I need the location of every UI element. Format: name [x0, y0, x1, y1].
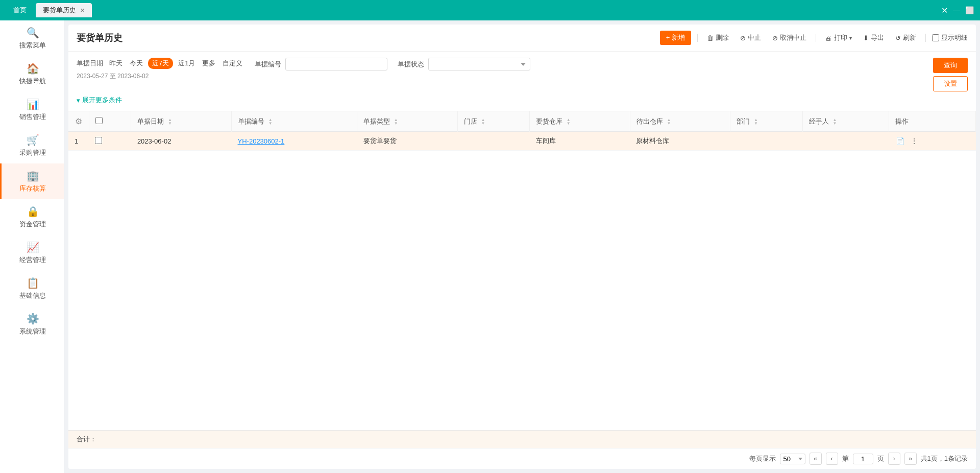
filter-main-row: 单据日期 昨天 今天 近7天 近1月 更多 自定义 2023-05-27 至 2…: [77, 58, 968, 91]
sort-doc-type-icon[interactable]: ▲▼: [394, 118, 398, 125]
sort-store-icon[interactable]: ▲▼: [481, 118, 485, 125]
row-checkbox[interactable]: [95, 137, 102, 144]
cell-pending-warehouse: 原材料仓库: [630, 132, 730, 151]
col-department: 部门 ▲▼: [730, 111, 802, 132]
system-mgmt-icon: ⚙️: [27, 313, 39, 325]
sort-doc-date-icon[interactable]: ▲▼: [168, 118, 172, 125]
shortcut-last7days[interactable]: 近7天: [148, 58, 173, 69]
finance-mgmt-icon: 🔒: [27, 205, 39, 218]
more-action-icon[interactable]: ⋮: [910, 136, 919, 146]
cell-doc-no: YH-20230602-1: [232, 132, 357, 151]
cell-index: 1: [68, 132, 89, 151]
sort-doc-no-icon[interactable]: ▲▼: [268, 118, 273, 125]
toolbar: + 新增 🗑 删除 ⊘ 中止 ⊘ 取消中止 🖨 打印: [660, 31, 968, 45]
data-table: ⚙ 单据日期 ▲▼ 单据编号 ▲▼: [68, 111, 976, 151]
new-button[interactable]: + 新增: [660, 31, 691, 45]
date-filter-label: 单据日期: [77, 59, 103, 68]
col-doc-no: 单据编号 ▲▼: [232, 111, 357, 132]
date-shortcuts: 昨天 今天 近7天 近1月 更多 自定义: [107, 58, 244, 69]
pagination-bar: 每页显示 50 20 100 200 « ‹ 第 页 › » 共1页，1条记录: [68, 448, 976, 469]
filter-col-date: 单据日期 昨天 今天 近7天 近1月 更多 自定义 2023-05-27 至 2…: [77, 58, 244, 81]
sidebar-item-purchase-mgmt[interactable]: 🛒 采购管理: [0, 128, 64, 163]
filter-actions: 查询 设置: [933, 58, 968, 91]
export-button[interactable]: ⬇ 导出: [860, 31, 887, 44]
last-page-button[interactable]: »: [904, 453, 917, 465]
cell-handler: [802, 132, 889, 151]
sidebar-item-inventory[interactable]: 🏢 库存核算: [0, 163, 64, 199]
sidebar-item-operations-mgmt[interactable]: 📈 经营管理: [0, 235, 64, 271]
operations-mgmt-icon: 📈: [27, 241, 39, 253]
window-expand-icon[interactable]: ⬜: [965, 6, 974, 14]
purchase-mgmt-icon: 🛒: [27, 134, 39, 146]
sort-req-warehouse-icon[interactable]: ▲▼: [567, 118, 571, 125]
filter-group-date: 单据日期 昨天 今天 近7天 近1月 更多 自定义: [77, 58, 244, 69]
col-req-warehouse: 要货仓库 ▲▼: [530, 111, 630, 132]
shortcut-more[interactable]: 更多: [200, 58, 217, 69]
sidebar-item-basic-info[interactable]: 📋 基础信息: [0, 271, 64, 306]
delete-icon: 🗑: [707, 34, 714, 42]
tab-home[interactable]: 首页: [6, 3, 34, 17]
sidebar-label-system-mgmt: 系统管理: [19, 327, 46, 336]
quick-nav-icon: 🏠: [27, 62, 39, 75]
window-close-icon[interactable]: ✕: [941, 6, 948, 15]
query-button[interactable]: 查询: [933, 58, 968, 73]
sidebar-label-basic-info: 基础信息: [19, 291, 46, 300]
docno-input[interactable]: [285, 58, 387, 70]
settings-button[interactable]: 设置: [933, 76, 968, 91]
sidebar-item-search-menu[interactable]: 🔍 搜索菜单: [0, 20, 64, 56]
cell-store: [457, 132, 529, 151]
col-pending-warehouse: 待出仓库 ▲▼: [630, 111, 730, 132]
separator-3: [925, 34, 926, 42]
page-header: 要货单历史 + 新增 🗑 删除 ⊘ 中止 ⊘ 取消中止 🖨: [68, 25, 976, 52]
top-bar-right: ✕ — ⬜: [941, 6, 974, 15]
refresh-icon: ↺: [895, 34, 901, 42]
close-tab-icon[interactable]: ✕: [80, 7, 85, 14]
select-all-checkbox[interactable]: [95, 117, 103, 124]
next-page-button[interactable]: ›: [888, 453, 900, 465]
window-minimize-icon[interactable]: —: [953, 6, 960, 14]
page-number-input[interactable]: [853, 454, 873, 464]
filter-col-docno: 单据编号: [255, 58, 387, 70]
expand-filter-button[interactable]: ▾ 展开更多条件: [77, 96, 968, 105]
display-detail-toggle[interactable]: 显示明细: [932, 33, 968, 42]
print-button[interactable]: 🖨 打印 ▾: [822, 31, 855, 44]
sidebar-item-sales-mgmt[interactable]: 📊 销售管理: [0, 92, 64, 128]
content-area: 要货单历史 + 新增 🗑 删除 ⊘ 中止 ⊘ 取消中止 🖨: [68, 25, 976, 469]
display-detail-checkbox[interactable]: [932, 34, 939, 41]
sidebar-item-quick-nav[interactable]: 🏠 快捷导航: [0, 56, 64, 92]
shortcut-last1month[interactable]: 近1月: [176, 58, 197, 69]
top-bar: 首页 要货单历史 ✕ ✕ — ⬜: [0, 0, 980, 20]
expand-icon: ▾: [77, 97, 80, 104]
prev-page-button[interactable]: ‹: [826, 453, 838, 465]
tab-requisition-history[interactable]: 要货单历史 ✕: [36, 3, 92, 17]
col-store: 门店 ▲▼: [457, 111, 529, 132]
col-checkbox: [89, 111, 131, 132]
column-settings-gear-icon[interactable]: ⚙: [75, 117, 82, 126]
sort-pending-warehouse-icon[interactable]: ▲▼: [667, 118, 671, 125]
sidebar-label-search-menu: 搜索菜单: [19, 41, 46, 50]
status-select[interactable]: [428, 58, 530, 70]
cancel-stop-button[interactable]: ⊘ 取消中止: [769, 31, 810, 44]
sidebar-item-system-mgmt[interactable]: ⚙️ 系统管理: [0, 306, 64, 342]
sort-handler-icon[interactable]: ▲▼: [833, 118, 837, 125]
sort-department-icon[interactable]: ▲▼: [754, 118, 758, 125]
stop-button[interactable]: ⊘ 中止: [737, 31, 764, 44]
shortcut-yesterday[interactable]: 昨天: [107, 58, 125, 69]
separator-2: [816, 34, 816, 42]
shortcut-today[interactable]: 今天: [128, 58, 145, 69]
refresh-button[interactable]: ↺ 刷新: [892, 31, 919, 44]
filter-group-docno: 单据编号: [255, 58, 387, 70]
cell-req-warehouse: 车间库: [530, 132, 630, 151]
sidebar-label-quick-nav: 快捷导航: [19, 77, 46, 86]
delete-button[interactable]: 🗑 删除: [704, 31, 732, 44]
sidebar-item-finance-mgmt[interactable]: 🔒 资金管理: [0, 199, 64, 235]
edit-action-icon[interactable]: 📄: [895, 136, 905, 146]
page-title: 要货单历史: [77, 32, 660, 44]
per-page-select[interactable]: 50 20 100 200: [780, 454, 805, 464]
first-page-button[interactable]: «: [810, 453, 822, 465]
shortcut-custom[interactable]: 自定义: [220, 58, 244, 69]
filter-col-status: 单据状态: [398, 58, 530, 70]
main-layout: 🔍 搜索菜单 🏠 快捷导航 📊 销售管理 🛒 采购管理 🏢 库存核算 🔒 资金管…: [0, 20, 980, 473]
doc-no-link[interactable]: YH-20230602-1: [238, 137, 285, 145]
summary-bar: 合计：: [68, 430, 976, 448]
